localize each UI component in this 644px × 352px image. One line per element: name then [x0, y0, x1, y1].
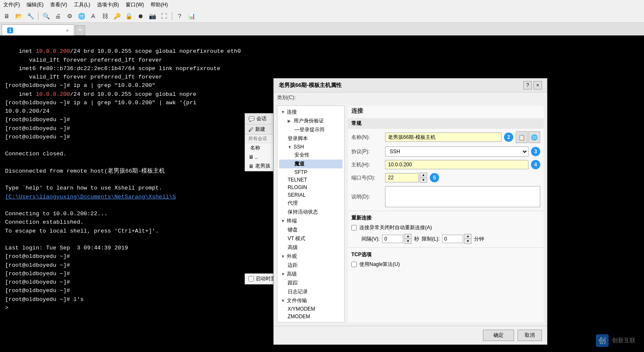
terminal-line-7: [root@oldboyedu ~]# ip a | grep "10.0.0.… [5, 100, 197, 106]
config-subsection: 常规 [348, 118, 544, 129]
tree-item-serial[interactable]: SERIAL [279, 191, 342, 199]
interval-input[interactable] [382, 235, 403, 243]
menu-help[interactable]: 帮助(H) [151, 1, 168, 8]
toolbar-new-btn[interactable]: 🖥 [2, 11, 12, 21]
tree-item-logging[interactable]: 日志记录 [279, 287, 342, 296]
toolbar-camera-btn[interactable]: 📷 [147, 11, 157, 21]
startup-checkbox[interactable] [248, 276, 254, 282]
tree-item-rlogin[interactable]: RLOGIN [279, 184, 342, 191]
tree-label-trace: 跟踪 [288, 279, 298, 287]
tab-main[interactable]: 1 老男孩66期-模板主... × [2, 24, 74, 35]
tree-item-filetransfer[interactable]: ▼ 文件传输 [279, 296, 342, 305]
tree-item-security[interactable]: 安全性 [279, 151, 342, 160]
toolbar-record-btn[interactable]: ⏺ [135, 11, 146, 21]
tree-label-sftp: SFTP [294, 169, 307, 175]
toolbar-extra-btn[interactable]: 📊 [186, 11, 197, 21]
tree-item-appearance[interactable]: ▼ 外观 [279, 252, 342, 261]
menu-file[interactable]: 文件(F) [3, 1, 20, 8]
expander-terminal: ▼ [281, 219, 285, 223]
tree-item-login-prompt[interactable]: —登录提示符 [279, 125, 342, 134]
network-icon[interactable]: 🌐 [528, 131, 540, 143]
reconnect-section: 重新连接 连接异常关闭时自动重新连接(A) 间隔(V): ▲ ▼ [348, 211, 544, 247]
config-label-port: 端口号(O): [351, 174, 385, 181]
tree-item-ssh[interactable]: ▼ SSH [279, 143, 342, 151]
interval-spinner: ▲ ▼ [382, 234, 412, 244]
tree-item-keyboard[interactable]: 键盘 [279, 225, 342, 234]
modal-question-btn[interactable]: ? [523, 81, 532, 89]
cancel-button[interactable]: 取消 [517, 330, 542, 341]
modal-dialog[interactable]: 老男孩66期-模板主机属性 ? × 类别(C): ▼ 连接 ▶ 用户身份验证 [273, 78, 547, 345]
badge-4: 4 [531, 160, 540, 169]
toolbar-config-btn[interactable]: ⚙ [65, 11, 75, 21]
terminal-line-15: Disconnected from remote host(老男孩66期-模板主… [5, 168, 165, 174]
ok-button[interactable]: 确定 [483, 330, 514, 341]
tree-item-login-script[interactable]: 登录脚本 [279, 134, 342, 143]
menu-tabs[interactable]: 选项卡(B) [97, 1, 119, 8]
toolbar-search-btn[interactable]: 🔍 [41, 11, 51, 21]
terminal-line-25: [root@oldboyedu ~]# [5, 253, 70, 260]
tree-item-vt-mode[interactable]: VT 模式 [279, 234, 342, 243]
tree-item-xymodem[interactable]: X/YMODEM [279, 305, 342, 313]
modal-close-btn[interactable]: × [534, 81, 542, 89]
terminal-line-5: [root@oldboyedu ~]# ip a | grep "10.0.0.… [5, 82, 155, 89]
tree-item-zmodem[interactable]: ZMODEM [279, 313, 342, 320]
terminal-line-9: [root@oldboyedu ~]# [5, 116, 70, 123]
session-item-label-2: 老男孩 [255, 162, 270, 170]
interval-up-arrow[interactable]: ▲ [404, 234, 411, 239]
toolbar-open-btn[interactable]: 📂 [13, 11, 24, 21]
config-label-name: 名称(N): [351, 134, 385, 141]
tree-item-telnet[interactable]: TELNET [279, 176, 342, 184]
expander-appearance: ▼ [281, 254, 285, 259]
terminal-line-13: Connection closed. [5, 151, 67, 157]
tree-item-tunnel[interactable]: 魔道 [279, 160, 342, 168]
toolbar-globe-btn[interactable]: 🌐 [76, 11, 86, 21]
config-select-protocol[interactable]: SSH TELNET RLOGIN [385, 146, 528, 157]
port-up-arrow[interactable]: ▲ [420, 173, 427, 178]
config-textarea-desc[interactable] [385, 186, 540, 207]
menu-tools[interactable]: 工具(L) [74, 1, 90, 8]
toolbar-key-btn[interactable]: 🔑 [112, 11, 122, 21]
port-down-arrow[interactable]: ▼ [420, 178, 427, 182]
toolbar-font-btn[interactable]: A [88, 11, 98, 21]
toolbar-help-btn[interactable]: ? [175, 11, 185, 21]
tree-item-advanced-terminal[interactable]: 高级 [279, 243, 342, 252]
tree-label-login-script: 登录脚本 [288, 135, 308, 142]
watermark: 创 创新互联 [596, 334, 636, 347]
interval-down-arrow[interactable]: ▼ [404, 239, 411, 244]
tree-item-trace[interactable]: 跟踪 [279, 279, 342, 287]
toolbar-chain-btn[interactable]: ⛓ [100, 11, 110, 21]
expander-ssh: ▼ [288, 145, 292, 149]
expander-auth: ▶ [288, 119, 292, 123]
toolbar-refresh-btn[interactable]: 🔧 [25, 11, 35, 21]
tree-item-advanced[interactable]: ▼ 高级 [279, 270, 342, 279]
toolbar-lock-btn[interactable]: 🔒 [124, 11, 134, 21]
tcp-nagle-checkbox[interactable] [351, 262, 357, 267]
reconnect-checkbox[interactable] [351, 225, 357, 230]
tree-item-auth[interactable]: ▶ 用户身份验证 [279, 116, 342, 125]
config-row-name: 名称(N): 2 📋 🌐 [348, 131, 544, 143]
menu-edit[interactable]: 编辑(E) [27, 1, 43, 8]
limit-input[interactable] [442, 235, 463, 243]
limit-up-arrow[interactable]: ▲ [464, 234, 471, 239]
ip-address: 10.0.0.200 [36, 48, 70, 54]
tree-item-keepalive[interactable]: 保持活动状态 [279, 208, 342, 217]
copy-icon[interactable]: 📋 [516, 131, 528, 143]
menu-window[interactable]: 窗口(W) [126, 1, 144, 8]
menu-view[interactable]: 查看(V) [50, 1, 67, 8]
tab-add-btn[interactable]: + [75, 25, 85, 35]
tab-close-btn[interactable]: × [66, 28, 68, 33]
toolbar-expand-btn[interactable]: ⛶ [159, 11, 169, 21]
badge-5: 5 [430, 173, 439, 182]
tree-item-sftp[interactable]: SFTP [279, 168, 342, 176]
startup-checkbox-label: 启动时显 [256, 275, 276, 282]
config-input-name[interactable] [385, 133, 501, 142]
toolbar-print-btn[interactable]: 🖨 [53, 11, 63, 21]
tree-item-margins[interactable]: 边距 [279, 261, 342, 270]
terminal-line-10: [root@oldboyedu ~]# [5, 125, 70, 132]
config-input-host[interactable] [385, 160, 528, 169]
limit-down-arrow[interactable]: ▼ [464, 239, 471, 244]
config-input-port[interactable] [385, 173, 419, 182]
tree-item-connection[interactable]: ▼ 连接 [279, 108, 342, 116]
tree-item-terminal[interactable]: ▼ 终端 [279, 217, 342, 225]
tree-item-proxy[interactable]: 代理 [279, 199, 342, 208]
